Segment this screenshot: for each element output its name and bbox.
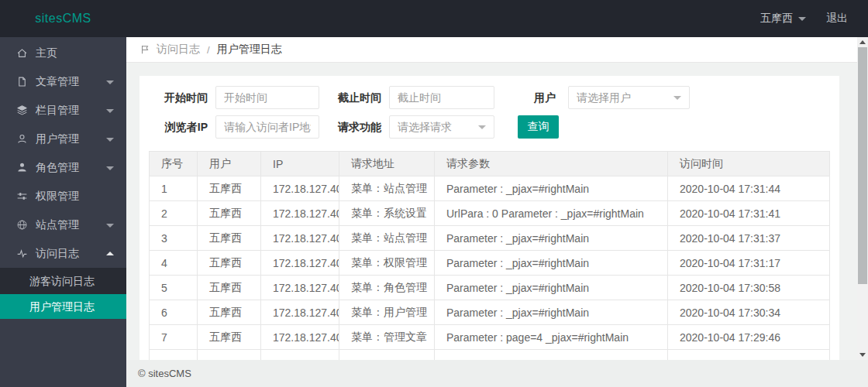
home-icon xyxy=(16,46,29,60)
table-cell: 菜单：系统设置 xyxy=(339,201,435,226)
sliders-icon xyxy=(16,190,29,203)
sidebar-item[interactable]: 文章管理 xyxy=(0,67,126,96)
visitor-ip-input[interactable] xyxy=(215,115,319,139)
chevron-up-icon xyxy=(106,252,114,255)
breadcrumb-section[interactable]: 访问日志 xyxy=(157,43,200,57)
sidebar-menu: 主页文章管理栏目管理用户管理角色管理权限管理站点管理访问日志游客访问日志用户管理… xyxy=(0,39,126,319)
chevron-down-icon xyxy=(798,17,806,21)
sidebar-item-label: 文章管理 xyxy=(36,75,79,89)
logout-button[interactable]: 退出 xyxy=(826,12,848,26)
content-panel: 开始时间 截止时间 用户 请选择用户 浏览者IP 请求功能 请选择请求 查询 xyxy=(140,76,839,360)
user-select-value: 请选择用户 xyxy=(577,91,631,104)
table-cell: 菜单：站点管理 xyxy=(339,226,435,251)
topbar: sitesCMS 五摩西 退出 xyxy=(0,0,868,37)
table-row: 4五摩西172.18.127.40菜单：权限管理Parameter : _pja… xyxy=(150,251,830,276)
table-cell: 菜单：角色管理 xyxy=(339,276,435,300)
table-row: 1五摩西172.18.127.40菜单：站点管理Parameter : _pja… xyxy=(150,176,830,201)
table-cell: 4 xyxy=(150,251,198,276)
table-cell: Parameter : _pjax=#rightMain xyxy=(435,251,668,276)
sidebar-item[interactable]: 角色管理 xyxy=(0,153,126,182)
sidebar-item-label: 角色管理 xyxy=(36,161,79,175)
column-header: 序号 xyxy=(150,152,198,176)
flag-icon xyxy=(140,44,150,55)
column-header: 用户 xyxy=(198,152,261,176)
chevron-down-icon xyxy=(106,166,114,170)
table-row-partial xyxy=(150,350,830,361)
table-cell: 2020-10-04 17:31:44 xyxy=(668,176,830,201)
vertical-scrollbar[interactable] xyxy=(857,37,868,360)
users-icon xyxy=(16,132,29,146)
table-cell: 172.18.127.40 xyxy=(261,176,339,201)
table-cell: Parameter : _pjax=#rightMain xyxy=(435,176,668,201)
table-cell: 6 xyxy=(150,300,198,325)
table-cell: 172.18.127.40 xyxy=(261,226,339,251)
table-row: 6五摩西172.18.127.40菜单：用户管理Parameter : _pja… xyxy=(150,300,830,325)
table-cell: 2020-10-04 17:30:58 xyxy=(668,276,830,300)
sidebar-item-label: 主页 xyxy=(36,46,57,60)
table-cell: 172.18.127.40 xyxy=(261,325,339,350)
triangle-up-icon xyxy=(859,40,866,44)
sidebar-item[interactable]: 主页 xyxy=(0,39,126,67)
table-cell: 2020-10-04 17:31:37 xyxy=(668,226,830,251)
start-time-label: 开始时间 xyxy=(140,86,208,109)
table-cell: UrlPara : 0 Parameter : _pjax=#rightMain xyxy=(435,201,668,226)
table-cell: 7 xyxy=(150,325,198,350)
app-window: sitesCMS 五摩西 退出 主页文章管理栏目管理用户管理角色管理权限管理站点… xyxy=(0,0,868,387)
table-cell: 菜单：站点管理 xyxy=(339,176,435,201)
sidebar-subitem[interactable]: 用户管理日志 xyxy=(0,294,126,319)
sidebar-item-label: 访问日志 xyxy=(36,247,79,261)
sidebar-item[interactable]: 栏目管理 xyxy=(0,96,126,125)
topbar-right: 五摩西 退出 xyxy=(760,0,848,37)
table-cell: 172.18.127.40 xyxy=(261,251,339,276)
scroll-down-button[interactable] xyxy=(857,350,868,360)
request-func-select[interactable]: 请选择请求 xyxy=(389,115,494,139)
breadcrumb-separator: / xyxy=(207,44,210,56)
table-cell: 2020-10-04 17:29:46 xyxy=(668,325,830,350)
chevron-down-icon xyxy=(673,96,681,100)
table-cell: 3 xyxy=(150,226,198,251)
table-cell: 五摩西 xyxy=(198,201,261,226)
search-button[interactable]: 查询 xyxy=(518,115,559,139)
table-cell: 菜单：用户管理 xyxy=(339,300,435,325)
sidebar-item[interactable]: 站点管理 xyxy=(0,211,126,239)
breadcrumb-current: 用户管理日志 xyxy=(217,43,282,57)
layers-icon xyxy=(16,104,29,117)
table-row: 2五摩西172.18.127.40菜单：系统设置UrlPara : 0 Para… xyxy=(150,201,830,226)
user-label: 用户 xyxy=(477,86,556,109)
username-label: 五摩西 xyxy=(760,12,793,26)
sidebar-item[interactable]: 访问日志 xyxy=(0,239,126,268)
chevron-down-icon xyxy=(106,109,114,113)
main-content: 访问日志 / 用户管理日志 开始时间 截止时间 用户 请选择用户 浏览者IP 请… xyxy=(126,37,857,387)
table-cell: 五摩西 xyxy=(198,325,261,350)
table-row: 5五摩西172.18.127.40菜单：角色管理Parameter : _pja… xyxy=(150,276,830,300)
table-cell: Parameter : _pjax=#rightMain xyxy=(435,276,668,300)
scroll-up-button[interactable] xyxy=(857,37,868,47)
footer: © sitesCMS xyxy=(126,360,868,387)
table-cell: Parameter : page=4 _pjax=#rightMain xyxy=(435,325,668,350)
table-cell: 菜单：权限管理 xyxy=(339,251,435,276)
table-cell: 2 xyxy=(150,201,198,226)
sidebar-item-label: 站点管理 xyxy=(36,218,79,232)
table-row: 3五摩西172.18.127.40菜单：站点管理Parameter : _pja… xyxy=(150,226,830,251)
user-select[interactable]: 请选择用户 xyxy=(568,86,690,109)
triangle-down-icon xyxy=(859,353,866,357)
table-cell: Parameter : _pjax=#rightMain xyxy=(435,226,668,251)
globe-icon xyxy=(16,218,29,231)
chevron-down-icon xyxy=(478,125,486,129)
table-cell: 1 xyxy=(150,176,198,201)
table-cell: 172.18.127.40 xyxy=(261,276,339,300)
table-row: 7五摩西172.18.127.40菜单：管理文章Parameter : page… xyxy=(150,325,830,350)
sidebar-subitem[interactable]: 游客访问日志 xyxy=(0,268,126,294)
start-time-input[interactable] xyxy=(215,86,319,109)
copyright-text: © sitesCMS xyxy=(138,368,191,379)
table-header-row: 序号用户IP请求地址请求参数访问时间 xyxy=(150,152,830,176)
sidebar-item[interactable]: 权限管理 xyxy=(0,182,126,211)
column-header: 请求地址 xyxy=(339,152,435,176)
table-cell: 172.18.127.40 xyxy=(261,201,339,226)
sidebar-item[interactable]: 用户管理 xyxy=(0,125,126,153)
user-menu[interactable]: 五摩西 xyxy=(760,12,806,26)
chevron-down-icon xyxy=(106,224,114,228)
log-table: 序号用户IP请求地址请求参数访问时间 1五摩西172.18.127.40菜单：站… xyxy=(149,151,830,360)
chevron-down-icon xyxy=(106,138,114,142)
scrollbar-thumb[interactable] xyxy=(858,47,867,284)
